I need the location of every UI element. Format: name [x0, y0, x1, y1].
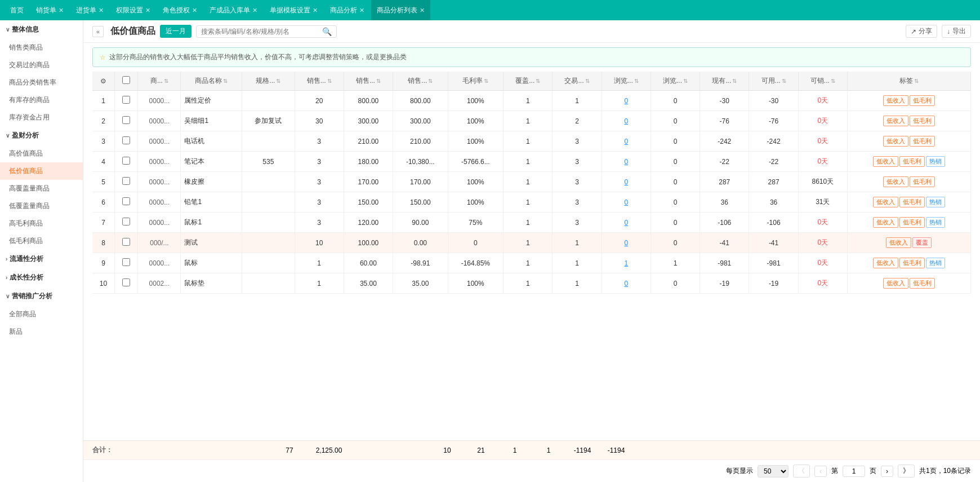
sidebar-item-low-value[interactable]: 低价值商品 [0, 162, 83, 180]
col-sales-avg[interactable]: 销售...⇅ [393, 72, 448, 91]
cell-browse1[interactable]: 0 [602, 131, 651, 152]
sidebar-item-low-coverage[interactable]: 低覆盖量商品 [0, 197, 83, 215]
first-page-btn[interactable]: 《 [793, 465, 810, 477]
sidebar-group-growth[interactable]: › 成长性分析 [0, 268, 83, 287]
nav-close-permission[interactable]: ✕ [145, 7, 150, 14]
cell-browse1[interactable]: 0 [602, 91, 651, 111]
cell-browse1[interactable]: 0 [602, 152, 651, 172]
cell-check[interactable] [115, 131, 138, 152]
col-sales-qty[interactable]: 销售...⇅ [295, 72, 344, 91]
col-gross-rate[interactable]: 毛利率⇅ [448, 72, 504, 91]
export-button[interactable]: ↓ 导出 [942, 25, 971, 38]
cell-current: -242 [700, 131, 749, 152]
cell-browse1[interactable]: 1 [602, 253, 651, 273]
nav-close-sales[interactable]: ✕ [59, 7, 64, 14]
col-spec[interactable]: 规格...⇅ [242, 72, 295, 91]
nav-item-home[interactable]: 首页 [5, 0, 29, 20]
col-trans[interactable]: 交易...⇅ [553, 72, 602, 91]
nav-close-analysis[interactable]: ✕ [359, 7, 364, 14]
nav-item-purchase[interactable]: 进货单 ✕ [70, 0, 109, 20]
sidebar-item-all-products[interactable]: 全部商品 [0, 306, 83, 323]
col-code[interactable]: 商...⇅ [138, 72, 181, 91]
sidebar-group-marketing[interactable]: ∨ 营销推广分析 [0, 287, 83, 306]
cell-browse1[interactable]: 0 [602, 172, 651, 192]
cell-check[interactable] [115, 273, 138, 294]
cell-browse1[interactable]: 0 [602, 233, 651, 253]
col-label[interactable]: 标签⇅ [847, 72, 970, 91]
col-settings[interactable]: ⚙ [92, 72, 115, 91]
sidebar-item-high-value[interactable]: 高价值商品 [0, 145, 83, 162]
tag-热销: 热销 [926, 197, 945, 207]
sidebar-item-category-rate[interactable]: 商品分类销售率 [0, 74, 83, 91]
browse-link[interactable]: 0 [624, 178, 628, 186]
nav-item-analysis[interactable]: 商品分析 ✕ [324, 0, 370, 20]
nav-item-permission[interactable]: 权限设置 ✕ [110, 0, 156, 20]
col-cover[interactable]: 覆盖...⇅ [504, 72, 553, 91]
sidebar-group-overview[interactable]: ∨ 整体信息 [0, 20, 83, 39]
cell-check[interactable] [115, 233, 138, 253]
browse-link[interactable]: 0 [624, 280, 628, 288]
next-page-btn[interactable]: › [881, 466, 893, 477]
footer-browse2: 1 [532, 446, 565, 454]
cell-check[interactable] [115, 213, 138, 233]
cell-browse1[interactable]: 0 [602, 273, 651, 294]
cell-sales-qty: 10 [295, 233, 344, 253]
nav-close-template[interactable]: ✕ [313, 7, 318, 14]
col-browse2[interactable]: 浏览...⇅ [651, 72, 700, 91]
nav-item-role[interactable]: 角色授权 ✕ [157, 0, 203, 20]
cell-check[interactable] [115, 152, 138, 172]
filter-button[interactable]: 近一月 [160, 25, 191, 38]
nav-item-warehouse[interactable]: 产成品入库单 ✕ [204, 0, 263, 20]
nav-item-sales[interactable]: 销货单 ✕ [30, 0, 69, 20]
cell-browse1[interactable]: 0 [602, 192, 651, 213]
sidebar-item-traded-products[interactable]: 交易过的商品 [0, 56, 83, 74]
sidebar-item-new-products[interactable]: 新品 [0, 323, 83, 341]
cell-check[interactable] [115, 172, 138, 192]
sidebar-group-circulation[interactable]: › 流通性分析 [0, 250, 83, 268]
browse-link[interactable]: 0 [624, 198, 628, 206]
browse-link[interactable]: 0 [624, 138, 628, 145]
col-name[interactable]: 商品名称⇅ [181, 72, 242, 91]
cell-check[interactable] [115, 253, 138, 273]
sidebar-item-low-margin[interactable]: 低毛利商品 [0, 232, 83, 250]
sidebar-item-high-coverage[interactable]: 高覆盖量商品 [0, 180, 83, 197]
search-icon[interactable]: 🔍 [322, 27, 332, 36]
nav-close-purchase[interactable]: ✕ [99, 7, 104, 14]
nav-close-role[interactable]: ✕ [192, 7, 197, 14]
collapse-button[interactable]: « [92, 26, 104, 37]
col-sellable[interactable]: 可销...⇅ [798, 72, 847, 91]
prev-page-btn[interactable]: ‹ [814, 466, 827, 477]
nav-item-template[interactable]: 单据模板设置 ✕ [264, 0, 323, 20]
browse-link[interactable]: 0 [624, 117, 628, 125]
sidebar-item-stock-fund[interactable]: 库存资金占用 [0, 109, 83, 126]
cell-check[interactable] [115, 192, 138, 213]
browse-link[interactable]: 1 [624, 259, 628, 267]
per-page-select[interactable]: 50 100 200 [758, 465, 789, 477]
sidebar-item-sales-products[interactable]: 销售类商品 [0, 39, 83, 56]
col-browse1[interactable]: 浏览...⇅ [602, 72, 651, 91]
page-input[interactable] [843, 466, 865, 477]
browse-link[interactable]: 0 [624, 239, 628, 247]
share-button[interactable]: ↗ 分享 [906, 25, 937, 38]
browse-link[interactable]: 0 [624, 158, 628, 166]
search-input[interactable] [201, 28, 322, 36]
cell-check[interactable] [115, 111, 138, 131]
cell-check[interactable] [115, 91, 138, 111]
col-available[interactable]: 可用...⇅ [749, 72, 798, 91]
nav-close-warehouse[interactable]: ✕ [252, 7, 257, 14]
nav-item-analysis-list[interactable]: 商品分析列表 ✕ [371, 0, 430, 20]
browse-link[interactable]: 0 [624, 219, 628, 227]
cell-browse1[interactable]: 0 [602, 213, 651, 233]
table-wrapper[interactable]: ⚙ 商...⇅ 商品名称⇅ 规格...⇅ 销售...⇅ 销售...⇅ 销售...… [92, 72, 971, 440]
cell-name: 属性定价 [181, 91, 242, 111]
last-page-btn[interactable]: 》 [898, 465, 915, 477]
browse-link[interactable]: 0 [624, 97, 628, 105]
col-check[interactable] [115, 72, 138, 91]
sidebar-item-stock-products[interactable]: 有库存的商品 [0, 91, 83, 109]
sidebar-group-profit[interactable]: ∨ 盈财分析 [0, 126, 83, 145]
nav-close-analysis-list[interactable]: ✕ [420, 7, 425, 14]
col-current[interactable]: 现有...⇅ [700, 72, 749, 91]
sidebar-item-high-margin[interactable]: 高毛利商品 [0, 215, 83, 232]
cell-browse1[interactable]: 0 [602, 111, 651, 131]
col-sales-amt[interactable]: 销售...⇅ [344, 72, 393, 91]
